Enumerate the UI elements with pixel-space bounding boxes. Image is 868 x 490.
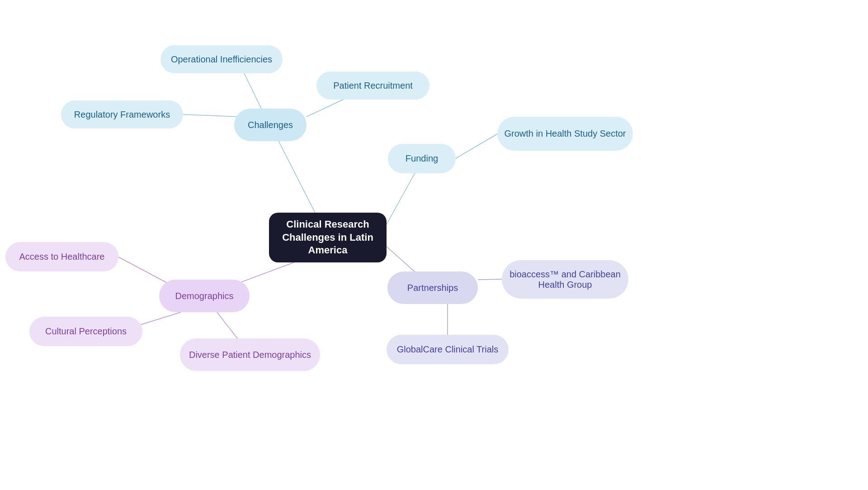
- center-node-label: Clinical Research Challenges in Latin Am…: [278, 218, 377, 257]
- center-node: Clinical Research Challenges in Latin Am…: [269, 213, 387, 262]
- diverse-label: Diverse Patient Demographics: [189, 350, 311, 360]
- partnerships-node: Partnerships: [387, 271, 478, 304]
- bioaccess-label: bioaccess™ and Caribbean Health Group: [502, 269, 628, 290]
- operational-label: Operational Inefficiencies: [171, 54, 272, 65]
- partnerships-label: Partnerships: [407, 283, 458, 293]
- demographics-node: Demographics: [159, 280, 250, 312]
- access-label: Access to Healthcare: [19, 252, 105, 262]
- challenges-node: Challenges: [234, 109, 307, 141]
- growth-label: Growth in Health Study Sector: [504, 128, 626, 139]
- patient-recruitment-node: Patient Recruitment: [316, 71, 429, 100]
- patient-recruitment-label: Patient Recruitment: [333, 81, 413, 91]
- funding-label: Funding: [406, 153, 438, 164]
- bioaccess-node: bioaccess™ and Caribbean Health Group: [502, 260, 628, 299]
- regulatory-label: Regulatory Frameworks: [74, 109, 170, 120]
- access-healthcare-node: Access to Healthcare: [5, 242, 118, 271]
- growth-node: Growth in Health Study Sector: [497, 117, 633, 151]
- cultural-perceptions-node: Cultural Perceptions: [29, 317, 142, 346]
- challenges-label: Challenges: [248, 120, 293, 130]
- regulatory-node: Regulatory Frameworks: [61, 100, 183, 128]
- svg-line-5: [456, 134, 497, 158]
- svg-line-11: [478, 279, 502, 280]
- cultural-label: Cultural Perceptions: [45, 326, 127, 337]
- globalcare-label: GlobalCare Clinical Trials: [397, 344, 499, 355]
- demographics-label: Demographics: [175, 291, 234, 301]
- globalcare-node: GlobalCare Clinical Trials: [387, 335, 509, 364]
- operational-node: Operational Inefficiencies: [160, 45, 283, 73]
- diverse-demographics-node: Diverse Patient Demographics: [180, 338, 320, 371]
- funding-node: Funding: [388, 144, 456, 173]
- svg-line-2: [183, 114, 240, 117]
